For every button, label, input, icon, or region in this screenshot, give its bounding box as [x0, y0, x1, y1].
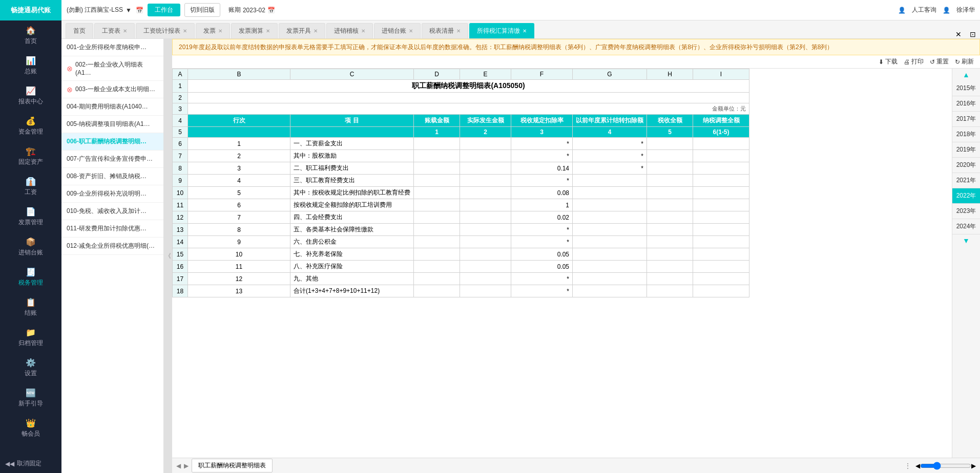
year-item-2015[interactable]: 2015年: [952, 81, 980, 96]
tab-invoice[interactable]: 发票 ✕: [196, 23, 230, 38]
tab-income-tax[interactable]: 所得税汇算清缴 ✕: [469, 23, 534, 38]
tab-label: 首页: [73, 27, 86, 35]
refresh-button[interactable]: ↻ 刷新: [955, 57, 974, 66]
tab-tax-register[interactable]: 税表清册 ✕: [422, 23, 468, 38]
tab-close-icon[interactable]: ✕: [361, 28, 365, 34]
sheet-scroll-left-icon[interactable]: ◀: [915, 462, 920, 469]
sidebar-item-archive[interactable]: 📁 归档管理: [0, 322, 61, 353]
tab-close-icon[interactable]: ✕: [456, 28, 461, 34]
list-item-007[interactable]: 007-广告宣传和业务宣传费申…: [61, 150, 163, 168]
list-item-003[interactable]: ⊗ 003-一般企业成本支出明细…: [61, 81, 163, 98]
tab-home[interactable]: 首页: [66, 23, 93, 38]
table-row: 10 5 其中：按税收规定比例扣除的职工教育经费 0.08: [173, 187, 749, 199]
year-item-2018[interactable]: 2018年: [952, 127, 980, 142]
switch-old-button[interactable]: 切到旧版: [184, 3, 220, 17]
assets-icon: 🏗️: [26, 146, 36, 156]
list-item-012[interactable]: 012-减免企业所得税优惠明细(…: [61, 238, 163, 255]
bottom-nav-left-icon[interactable]: ◀: [176, 462, 181, 469]
list-item-001[interactable]: 001-企业所得税年度纳税申…: [61, 39, 163, 56]
sidebar-item-label: 畅会员: [22, 429, 40, 438]
tab-invoice-calc[interactable]: 发票测算 ✕: [231, 23, 278, 38]
tab-label: 进销稽核: [334, 27, 359, 35]
tab-close-icon[interactable]: ✕: [183, 28, 187, 34]
company-selector[interactable]: (勿删) 江西脑宝-LSS ▼: [67, 6, 132, 14]
col-header-rownum: 行次: [188, 115, 290, 127]
tab-close-icon[interactable]: ✕: [266, 28, 270, 34]
tab-close-icon[interactable]: ✕: [409, 28, 413, 34]
horizontal-scrollbar[interactable]: [920, 462, 971, 470]
sidebar-item-finance[interactable]: 💰 资金管理: [0, 111, 61, 141]
unpin-button[interactable]: ◀◀ 取消固定: [0, 454, 61, 473]
list-item-011[interactable]: 011-研发费用加计扣除优惠…: [61, 220, 163, 238]
list-item-label: 001-企业所得税年度纳税申…: [67, 43, 147, 52]
sidebar-item-assets[interactable]: 🏗️ 固定资产: [0, 141, 61, 171]
tab-close-icon[interactable]: ✕: [314, 28, 318, 34]
year-item-2022[interactable]: 2022年: [952, 188, 980, 204]
sidebar-item-guide[interactable]: 🆕 新手引导: [0, 383, 61, 413]
year-item-2024[interactable]: 2024年: [952, 219, 980, 234]
tab-purchase-check[interactable]: 进销稽核 ✕: [326, 23, 373, 38]
tax-icon: 🧾: [26, 267, 36, 277]
list-item-009[interactable]: 009-企业所得税补充说明明…: [61, 185, 163, 203]
sidebar-item-home[interactable]: 🏠 首页: [0, 20, 61, 51]
list-item-008[interactable]: 008-资产折旧、摊销及纳税…: [61, 168, 163, 185]
reset-button[interactable]: ↺ 重置: [930, 57, 949, 66]
list-item-004[interactable]: 004-期间费用明细表(A1040…: [61, 98, 163, 116]
table-container[interactable]: A B C D E F G H I: [172, 69, 952, 458]
close-account-icon: 📋: [26, 297, 36, 307]
year-scroll-down-button[interactable]: ▼: [952, 234, 980, 247]
tab-close-all-icon[interactable]: ✕: [951, 30, 966, 38]
tab-salary[interactable]: 工资表 ✕: [94, 23, 135, 38]
list-item-010[interactable]: 010-免税、减收收入及加计…: [61, 203, 163, 220]
tab-close-icon[interactable]: ✕: [523, 28, 527, 34]
bottom-nav-right-icon[interactable]: ▶: [184, 462, 189, 469]
calendar-icon: 📅: [136, 7, 143, 14]
year-item-2020[interactable]: 2020年: [952, 158, 980, 173]
sidebar-item-ledger[interactable]: 📊 总账: [0, 51, 61, 81]
list-item-002[interactable]: ⊗ 002-一般企业收入明细表(A1…: [61, 56, 163, 81]
year-item-2017[interactable]: 2017年: [952, 112, 980, 127]
refresh-icon: ↻: [955, 58, 960, 66]
sidebar-item-member[interactable]: 👑 畅会员: [0, 413, 61, 443]
year-item-2019[interactable]: 2019年: [952, 142, 980, 158]
table-row-header: 4 行次 项 目 账载金额 实际发生金额 税收规定扣除率 以前年度累计结转扣除额…: [173, 115, 749, 127]
sheet-toolbar: ⬇ 下载 🖨 打印 ↺ 重置 ↻ 刷新: [172, 55, 980, 69]
tab-salary-stats[interactable]: 工资统计报表 ✕: [136, 23, 195, 38]
sidebar-item-invoice-mgr[interactable]: 📄 发票管理: [0, 202, 61, 232]
col-header-tax-rate: 税收规定扣除率: [511, 115, 573, 127]
sidebar-item-settings[interactable]: ⚙️ 设置: [0, 353, 61, 383]
tab-invoice-issue[interactable]: 发票开具 ✕: [279, 23, 325, 38]
topbar-right: 👤 人工客询 👤 徐泽华: [898, 6, 975, 14]
tab-close-icon[interactable]: ✕: [123, 28, 127, 34]
support-label[interactable]: 人工客询: [912, 6, 936, 14]
year-scroll-up-button[interactable]: ▲: [952, 69, 980, 81]
bottom-tab-salary[interactable]: 职工薪酬纳税调整明细表: [192, 459, 273, 472]
user-label[interactable]: 徐泽华: [956, 6, 975, 14]
sidebar-item-reports[interactable]: 📈 报表中心: [0, 81, 61, 111]
sidebar-item-label: 归档管理: [18, 339, 43, 348]
sidebar-item-salary[interactable]: 👔 工资: [0, 171, 61, 202]
year-item-2023[interactable]: 2023年: [952, 204, 980, 219]
year-item-2016[interactable]: 2016年: [952, 96, 980, 112]
workbench-button[interactable]: 工作台: [148, 4, 180, 16]
year-item-2021[interactable]: 2021年: [952, 173, 980, 188]
salary-icon: 👔: [26, 177, 36, 186]
sidebar-item-tax[interactable]: 🧾 税务管理: [0, 262, 61, 292]
download-button[interactable]: ⬇ 下载: [879, 57, 898, 66]
tab-close-icon[interactable]: ✕: [218, 28, 222, 34]
collapse-panel-button[interactable]: 《: [164, 39, 172, 473]
list-item-006[interactable]: 006-职工薪酬纳税调整明细…: [61, 133, 163, 150]
sidebar-item-close-account[interactable]: 📋 结账: [0, 292, 61, 322]
sidebar-item-label: 总账: [25, 67, 37, 76]
print-button[interactable]: 🖨 打印: [904, 57, 924, 66]
tab-maximize-icon[interactable]: ⊡: [966, 30, 980, 38]
sidebar-item-purchase-sales[interactable]: 📦 进销台账: [0, 232, 61, 262]
list-item-label: 012-减免企业所得税优惠明细(…: [67, 242, 155, 250]
topbar: (勿删) 江西脑宝-LSS ▼ 📅 工作台 切到旧版 账期 2023-02 📅 …: [61, 0, 980, 20]
sheet-options-icon[interactable]: ⋮: [904, 462, 911, 470]
sheet-scroll-right-icon[interactable]: ▶: [971, 462, 976, 469]
list-item-005[interactable]: 005-纳税调整项目明细表(A1…: [61, 116, 163, 133]
table-row-3: 3 金额单位：元: [173, 103, 749, 115]
tab-purchase-ledger[interactable]: 进销台账 ✕: [374, 23, 421, 38]
tab-label: 发票开具: [286, 27, 311, 35]
